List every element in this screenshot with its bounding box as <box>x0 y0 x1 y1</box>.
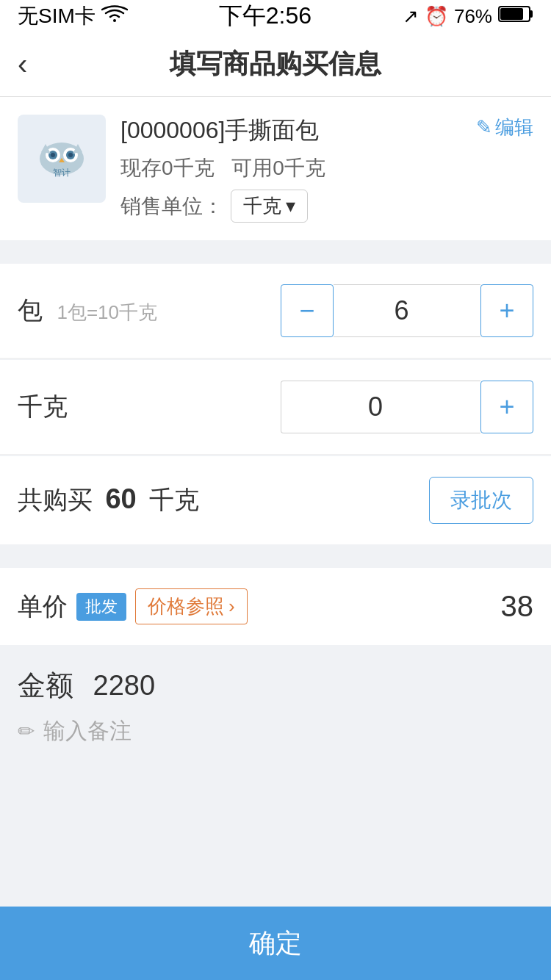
price-section: 单价 批发 价格参照 › 38 <box>0 568 551 645</box>
amount-label: 金额 <box>18 670 73 701</box>
svg-point-8 <box>51 153 55 157</box>
bag-increment-button[interactable]: + <box>480 284 533 337</box>
total-text: 共购买 60 千克 <box>18 483 199 517</box>
product-thumbnail: 智计 <box>18 115 106 203</box>
status-bar-right: ↗ ⏰ 76% <box>403 4 533 29</box>
bag-sublabel: 1包=10千克 <box>57 301 157 323</box>
kg-quantity-input[interactable] <box>281 381 480 433</box>
bag-quantity-row: 包 1包=10千克 − + <box>0 264 551 359</box>
remark-row[interactable]: ✏ 输入备注 <box>18 716 533 746</box>
bag-quantity-input[interactable] <box>334 284 480 337</box>
total-prefix: 共购买 <box>18 486 93 514</box>
available-label: 可用0千克 <box>231 156 325 179</box>
confirm-button[interactable]: 确定 <box>0 907 551 980</box>
svg-rect-1 <box>530 10 533 18</box>
product-unit-row: 销售单位： 千克 ▾ <box>120 190 461 223</box>
price-label: 单价 <box>18 590 68 624</box>
bag-label-group: 包 1包=10千克 <box>18 294 281 328</box>
product-stock: 现存0千克 可用0千克 <box>120 154 461 182</box>
location-icon: ↗ <box>403 5 419 28</box>
product-name: [0000006]手撕面包 <box>120 115 461 147</box>
battery-percent: 76% <box>454 5 492 28</box>
status-bar: 无SIM卡 下午2:56 ↗ ⏰ 76% <box>0 0 551 32</box>
edit-label: 编辑 <box>495 115 533 140</box>
bag-quantity-section: 包 1包=10千克 − + <box>0 264 551 359</box>
bag-label: 包 <box>18 296 43 324</box>
separator-2 <box>0 556 551 568</box>
battery-icon <box>498 4 533 29</box>
alarm-icon: ⏰ <box>425 5 448 28</box>
unit-value: 千克 <box>243 193 281 219</box>
kg-quantity-row: 千克 + <box>0 360 551 455</box>
product-logo: 智计 <box>32 133 91 185</box>
unit-select[interactable]: 千克 ▾ <box>231 190 308 223</box>
kg-quantity-section: 千克 + <box>0 360 551 455</box>
stock-label: 现存0千克 <box>120 156 215 179</box>
back-button[interactable]: ‹ <box>18 48 27 81</box>
batch-button[interactable]: 录批次 <box>429 477 533 524</box>
separator-1 <box>0 252 551 264</box>
status-bar-left: 无SIM卡 <box>18 2 128 30</box>
wifi-icon <box>101 4 128 29</box>
price-label-group: 单价 批发 价格参照 › <box>18 588 248 624</box>
total-unit: 千克 <box>149 486 199 514</box>
remark-label: 输入备注 <box>43 716 132 746</box>
price-value: 38 <box>501 590 534 623</box>
total-amount: 60 <box>105 483 136 514</box>
price-ref-button[interactable]: 价格参照 › <box>135 588 248 624</box>
kg-label: 千克 <box>18 390 281 424</box>
edit-button[interactable]: ✎ 编辑 <box>476 115 533 140</box>
sim-status: 无SIM卡 <box>18 2 96 30</box>
dropdown-icon: ▾ <box>286 195 295 217</box>
amount-section: 金额 2280 ✏ 输入备注 <box>0 646 551 761</box>
product-section: 智计 [0000006]手撕面包 现存0千克 可用0千克 销售单位： 千克 ▾ … <box>0 97 551 240</box>
status-bar-time: 下午2:56 <box>219 0 311 32</box>
svg-point-9 <box>68 153 73 157</box>
remark-icon: ✏ <box>18 719 35 743</box>
svg-text:智计: 智计 <box>53 167 71 177</box>
svg-rect-2 <box>500 8 523 20</box>
price-ref-label: 价格参照 <box>148 594 224 619</box>
back-icon: ‹ <box>18 48 27 80</box>
kg-increment-button[interactable]: + <box>480 381 533 433</box>
total-section: 共购买 60 千克 录批次 <box>0 456 551 544</box>
page-title: 填写商品购买信息 <box>170 46 381 82</box>
price-row: 单价 批发 价格参照 › 38 <box>0 568 551 645</box>
amount-value: 2280 <box>93 670 156 701</box>
edit-icon: ✎ <box>476 116 492 139</box>
bag-decrement-button[interactable]: − <box>281 284 334 337</box>
nav-bar: ‹ 填写商品购买信息 <box>0 32 551 97</box>
kg-quantity-controls: + <box>281 381 533 433</box>
batch-tag: 批发 <box>76 593 126 621</box>
bag-quantity-controls: − + <box>281 284 533 337</box>
price-ref-arrow: › <box>228 595 235 618</box>
product-info: [0000006]手撕面包 现存0千克 可用0千克 销售单位： 千克 ▾ <box>120 115 461 223</box>
amount-row: 金额 2280 <box>18 667 533 705</box>
unit-label: 销售单位： <box>120 192 223 220</box>
